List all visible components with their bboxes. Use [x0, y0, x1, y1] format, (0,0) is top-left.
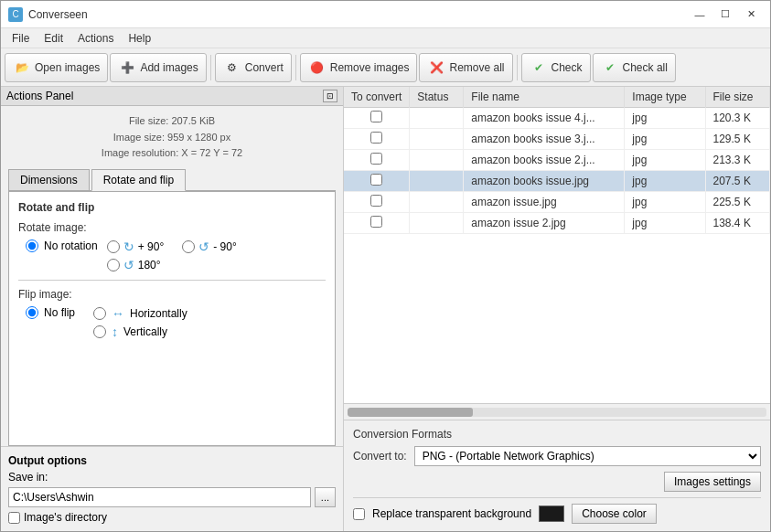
app-icon: C: [8, 7, 23, 22]
images-directory-label: Image's directory: [24, 511, 107, 524]
check-all-button[interactable]: ✔ Check all: [593, 53, 676, 82]
horizontally-label: Horizontally: [130, 307, 187, 320]
choose-color-button[interactable]: Choose color: [572, 504, 657, 524]
convert-button[interactable]: ⚙ Convert: [215, 53, 292, 82]
plus90-option[interactable]: ↻ + 90°: [107, 239, 165, 254]
no-rotation-radio[interactable]: [26, 239, 38, 252]
convert-label: Convert: [245, 61, 284, 74]
menu-actions[interactable]: Actions: [70, 30, 121, 47]
remove-images-icon: 🔴: [308, 59, 327, 77]
remove-images-label: Remove images: [330, 61, 410, 74]
180-icon: ↺: [123, 258, 134, 272]
no-flip-option[interactable]: No flip: [26, 306, 75, 319]
toolbar: 📂 Open images ➕ Add images ⚙ Convert 🔴 R…: [1, 48, 770, 87]
file-info: File size: 207.5 KiB Image size: 959 x 1…: [1, 106, 343, 165]
col-file-size: File size: [705, 87, 769, 108]
maximize-button[interactable]: ☐: [713, 5, 737, 24]
menu-help[interactable]: Help: [121, 30, 158, 47]
menu-file[interactable]: File: [5, 30, 37, 47]
tab-rotate-flip[interactable]: Rotate and flip: [91, 169, 186, 191]
add-images-button[interactable]: ➕ Add images: [110, 53, 206, 82]
rotate-flip-divider: [18, 280, 326, 281]
row-filename: amazon issue 2.jpg: [464, 213, 625, 234]
output-title: Output options: [8, 454, 336, 467]
rotation-row-2: ↺ 180°: [107, 258, 237, 272]
images-directory-checkbox[interactable]: [8, 512, 20, 524]
actions-panel-header: Actions Panel ⊡: [1, 87, 343, 106]
col-to-convert: To convert: [344, 87, 410, 108]
h-scrollbar-area: [344, 403, 770, 420]
horizontally-radio[interactable]: [93, 307, 106, 320]
table-row[interactable]: amazon issue.jpg jpg 225.5 K: [344, 192, 770, 213]
row-checkbox-4[interactable]: [370, 195, 382, 207]
close-button[interactable]: ✕: [739, 5, 763, 24]
row-checkbox-5[interactable]: [370, 216, 382, 228]
panel-restore-button[interactable]: ⊡: [323, 90, 337, 102]
horizontally-option[interactable]: ↔ Horizontally: [93, 306, 187, 321]
menu-edit[interactable]: Edit: [37, 30, 70, 47]
check-button[interactable]: ✔ Check: [521, 53, 591, 82]
image-size-label: Image size:: [113, 132, 165, 143]
remove-all-button[interactable]: ❌ Remove all: [419, 53, 512, 82]
file-table[interactable]: To convert Status File name Image type F…: [344, 87, 770, 403]
table-row[interactable]: amazon books issue 2.j... jpg 213.3 K: [344, 150, 770, 171]
save-in-input[interactable]: [8, 487, 311, 507]
convert-to-select[interactable]: PNG - (Portable Network Graphics): [414, 446, 761, 466]
minus90-radio[interactable]: [182, 240, 195, 253]
h-scrollbar-thumb[interactable]: [348, 408, 473, 417]
no-flip-radio[interactable]: [26, 306, 38, 319]
180-option[interactable]: ↺ 180°: [107, 258, 161, 272]
rotation-row-1: ↻ + 90° ↺ - 90°: [107, 239, 237, 254]
rotate-flip-title: Rotate and flip: [18, 201, 326, 214]
tab-dimensions[interactable]: Dimensions: [8, 169, 90, 190]
plus90-radio[interactable]: [107, 240, 120, 253]
row-checkbox-0[interactable]: [370, 111, 382, 122]
minimize-button[interactable]: —: [688, 5, 712, 24]
panel-tabs: Dimensions Rotate and flip: [8, 169, 336, 191]
images-settings-button[interactable]: Images settings: [664, 472, 761, 492]
row-checkbox-cell: [344, 108, 410, 129]
browse-button[interactable]: ...: [315, 487, 336, 507]
h-scrollbar[interactable]: [348, 408, 766, 417]
no-rotation-option[interactable]: No rotation: [26, 239, 98, 252]
table-row[interactable]: amazon books issue 3.j... jpg 129.5 K: [344, 129, 770, 150]
images-settings-row: Images settings: [353, 472, 761, 492]
col-image-type: Image type: [625, 87, 705, 108]
minus90-icon: ↺: [198, 239, 209, 254]
no-flip-group: No flip: [26, 306, 75, 319]
actions-panel-title: Actions Panel: [6, 90, 73, 102]
table-row[interactable]: amazon books issue 4.j... jpg 120.3 K: [344, 108, 770, 129]
row-checkbox-3[interactable]: [370, 174, 382, 186]
flip-label: Flip image:: [18, 288, 101, 301]
open-images-label: Open images: [35, 61, 100, 74]
row-checkbox-cell: [344, 213, 410, 234]
row-checkbox-1[interactable]: [370, 132, 382, 144]
check-all-icon: ✔: [601, 59, 619, 77]
minus90-label: - 90°: [213, 240, 236, 253]
vertically-icon: ↕: [112, 325, 118, 339]
conversion-panel: Conversion Formats Convert to: PNG - (Po…: [344, 420, 770, 531]
vertically-radio[interactable]: [93, 325, 106, 338]
replace-transparent-checkbox[interactable]: [353, 508, 365, 520]
180-radio[interactable]: [107, 259, 120, 271]
minus90-option[interactable]: ↺ - 90°: [182, 239, 236, 254]
file-size-label: File size:: [129, 115, 168, 126]
col-status: Status: [410, 87, 464, 108]
row-filesize: 138.4 K: [705, 213, 769, 234]
row-filesize: 120.3 K: [705, 108, 769, 129]
image-resolution-value: X = 72 Y = 72: [181, 147, 242, 158]
vertically-option[interactable]: ↕ Vertically: [93, 325, 187, 339]
180-label: 180°: [138, 259, 161, 271]
table-row[interactable]: amazon issue 2.jpg jpg 138.4 K: [344, 213, 770, 234]
row-checkbox-2[interactable]: [370, 153, 382, 165]
plus90-icon: ↻: [123, 239, 134, 254]
convert-to-label: Convert to:: [353, 450, 407, 463]
row-checkbox-cell: [344, 150, 410, 171]
remove-images-button[interactable]: 🔴 Remove images: [300, 53, 418, 82]
rotation-options: ↻ + 90° ↺ - 90°: [107, 239, 237, 272]
files-table: To convert Status File name Image type F…: [344, 87, 770, 234]
open-images-button[interactable]: 📂 Open images: [5, 53, 108, 82]
row-filename: amazon books issue 3.j...: [464, 129, 625, 150]
check-all-label: Check all: [623, 61, 668, 74]
table-row[interactable]: amazon books issue.jpg jpg 207.5 K: [344, 171, 770, 192]
